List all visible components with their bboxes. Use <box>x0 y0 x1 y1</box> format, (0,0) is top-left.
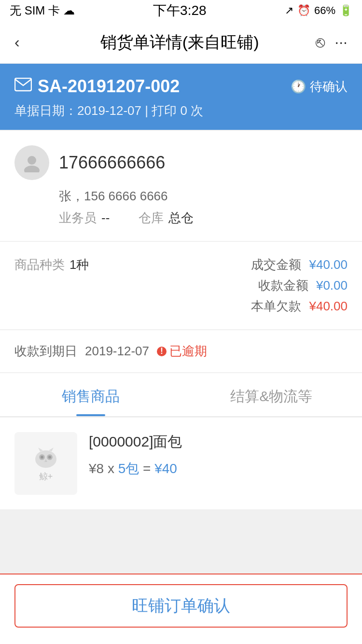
sales-label: 业务员 <box>59 210 97 226</box>
sales-value: -- <box>101 210 110 225</box>
product-qty: 5包 <box>118 461 139 476</box>
svg-marker-9 <box>38 448 43 451</box>
owl-text: 鲸+ <box>39 471 53 482</box>
alarm-icon: ⏰ <box>297 4 310 17</box>
product-info: [0000002]面包 ¥8 x 5包 = ¥40 <box>89 432 348 478</box>
received-label: 收款金额 <box>258 277 308 294</box>
tab-settlement[interactable]: 结算&物流等 <box>181 373 362 416</box>
product-name: [0000002]面包 <box>89 432 348 452</box>
tab-settlement-label: 结算&物流等 <box>230 388 312 404</box>
customer-top: 17666666666 <box>14 145 348 180</box>
order-id-row: SA-20191207-002 🕐 待确认 <box>14 76 348 97</box>
svg-point-7 <box>48 456 51 459</box>
due-date-label: 收款到期日 <box>14 343 77 360</box>
confirm-order-button[interactable]: 旺铺订单确认 <box>14 584 348 628</box>
battery-text: 66% <box>314 4 335 17</box>
order-id: SA-20191207-002 <box>14 76 180 97</box>
overdue-badge: ! 已逾期 <box>157 343 207 360</box>
warehouse-meta: 仓库 总仓 <box>139 210 194 226</box>
svg-point-1 <box>28 156 36 165</box>
tabs-container: 销售商品 结算&物流等 <box>0 373 362 417</box>
nav-bar: ‹ 销货单详情(来自旺铺) ⎋ ··· <box>0 21 362 64</box>
owed-label: 本单欠款 <box>251 298 301 315</box>
status-clock-icon: 🕐 <box>291 79 306 94</box>
due-date-value: 2019-12-07 <box>85 344 149 359</box>
equals-sign: = <box>143 461 151 476</box>
type-value: 1种 <box>70 256 89 273</box>
summary-card: 商品种类 1种 成交金额 ¥40.00 收款金额 ¥0.00 本单欠款 ¥40.… <box>0 242 362 329</box>
nav-right: ⎋ ··· <box>316 33 348 51</box>
status-label: 待确认 <box>310 78 348 95</box>
type-label: 商品种类 <box>14 256 65 273</box>
status-bar: 无 SIM 卡 ☁ 下午3:28 ↗ ⏰ 66% 🔋 <box>0 0 362 21</box>
owl-logo: 鲸+ <box>31 445 60 482</box>
warehouse-label: 仓库 <box>139 210 164 226</box>
received-amount: ¥0.00 <box>316 278 348 293</box>
owed-amount: ¥40.00 <box>309 299 348 314</box>
product-price: ¥8 x 5包 = ¥40 <box>89 460 348 478</box>
product-type: 商品种类 1种 <box>14 256 89 273</box>
status-right: ↗ ⏰ 66% 🔋 <box>285 4 352 17</box>
customer-card: 17666666666 张，156 6666 6666 业务员 -- 仓库 总仓 <box>0 131 362 241</box>
warehouse-value: 总仓 <box>168 210 194 226</box>
status-time: 下午3:28 <box>153 1 207 20</box>
customer-meta: 业务员 -- 仓库 总仓 <box>59 210 348 226</box>
avatar <box>14 145 49 180</box>
product-card: 鲸+ [0000002]面包 ¥8 x 5包 = ¥40 <box>0 418 362 509</box>
back-button[interactable]: ‹ <box>14 33 20 51</box>
transaction-label: 成交金额 <box>251 256 301 273</box>
overdue-text: 已逾期 <box>169 343 207 360</box>
confirm-btn-container: 旺铺订单确认 <box>0 574 362 644</box>
overdue-icon: ! <box>157 347 167 356</box>
order-id-text: SA-20191207-002 <box>38 76 180 97</box>
customer-name: 张，156 6666 6666 <box>59 188 348 205</box>
product-total: ¥40 <box>154 461 177 476</box>
transaction-row: 成交金额 ¥40.00 <box>251 256 348 273</box>
tab-products-label: 销售商品 <box>62 388 120 404</box>
no-sim-text: 无 SIM 卡 ☁ <box>10 3 75 18</box>
price-value: ¥8 <box>89 461 104 476</box>
more-button[interactable]: ··· <box>334 33 348 51</box>
received-row: 收款金额 ¥0.00 <box>251 277 348 294</box>
order-date: 单据日期：2019-12-07 | 打印 0 次 <box>14 102 348 119</box>
share-button[interactable]: ⎋ <box>316 33 325 51</box>
svg-point-6 <box>41 456 43 459</box>
summary-right: 成交金额 ¥40.00 收款金额 ¥0.00 本单欠款 ¥40.00 <box>251 256 348 315</box>
due-date-card: 收款到期日 2019-12-07 ! 已逾期 <box>0 330 362 372</box>
transaction-amount: ¥40.00 <box>309 257 348 272</box>
status-left: 无 SIM 卡 ☁ <box>10 3 75 18</box>
customer-phone: 17666666666 <box>59 153 165 173</box>
page-title: 销货单详情(来自旺铺) <box>43 31 316 54</box>
svg-rect-0 <box>15 78 31 91</box>
product-image: 鲸+ <box>14 432 77 495</box>
order-status: 🕐 待确认 <box>291 78 348 95</box>
sales-meta: 业务员 -- <box>59 210 110 226</box>
tab-products[interactable]: 销售商品 <box>0 373 181 416</box>
multiply-sign: x <box>108 461 114 476</box>
battery-icon: 🔋 <box>339 4 352 17</box>
confirm-btn-label: 旺铺订单确认 <box>132 595 230 617</box>
order-icon <box>14 78 32 96</box>
svg-point-2 <box>24 166 40 172</box>
order-header: SA-20191207-002 🕐 待确认 单据日期：2019-12-07 | … <box>0 64 362 130</box>
location-icon: ↗ <box>285 4 293 17</box>
svg-marker-10 <box>49 448 54 451</box>
nav-left: ‹ <box>14 33 43 51</box>
owed-row: 本单欠款 ¥40.00 <box>251 298 348 315</box>
summary-left: 商品种类 1种 <box>14 256 89 273</box>
